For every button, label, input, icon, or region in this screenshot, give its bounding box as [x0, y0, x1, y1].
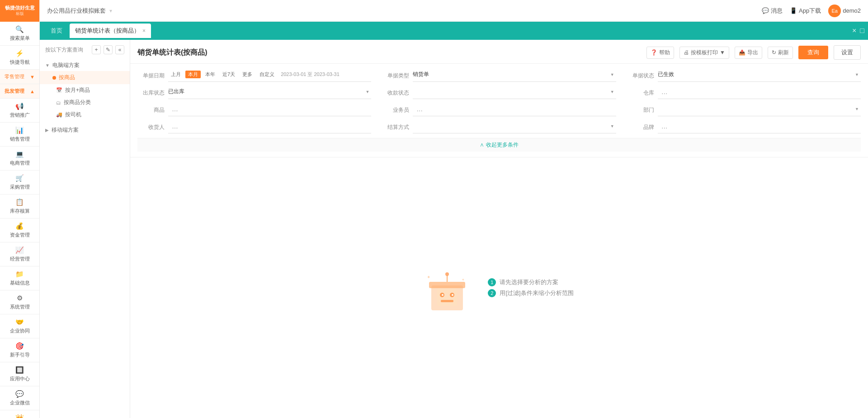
app-download-label: App下载: [799, 7, 821, 15]
scheme-sub-item-driver[interactable]: 🚚 按司机: [40, 109, 130, 121]
department-control[interactable]: [658, 104, 861, 116]
hint-2-num: 2: [488, 289, 496, 297]
wechat-icon: 💬: [15, 390, 24, 398]
salesperson-dots-btn[interactable]: …: [415, 105, 425, 113]
breadcrumb-dropdown-icon[interactable]: ▾: [109, 8, 112, 14]
date-tag-custom[interactable]: 自定义: [257, 71, 277, 78]
sidebar-item-wholesale[interactable]: 批发管理 ▲: [0, 84, 39, 99]
scheme-edit-btn[interactable]: ✎: [104, 45, 113, 54]
sidebar-item-finance[interactable]: 💰 资金管理: [0, 218, 39, 242]
sidebar-item-quick-nav[interactable]: ⚡ 快捷导航: [0, 46, 39, 70]
search-nav-icon: 🔍: [15, 25, 24, 33]
scheme-section-mobile-title[interactable]: ▶ 移动端方案: [40, 124, 130, 136]
sidebar-item-marketing[interactable]: 📢 营销推广: [0, 99, 39, 123]
warehouse-control: …: [658, 86, 861, 99]
sidebar-item-guide-label: 新手引导: [10, 352, 30, 358]
scheme-header: 按以下方案查询 + ✎ «: [40, 43, 130, 58]
tab-active[interactable]: 销货单统计表（按商品） ×: [70, 24, 151, 38]
enterprise-icon: 🤝: [15, 318, 24, 326]
sidebar-item-search[interactable]: 🔍 搜索菜单: [0, 22, 39, 46]
scheme-sub-item-driver-label: 按司机: [65, 111, 81, 119]
date-tag-7days[interactable]: 近7天: [220, 71, 238, 78]
sidebar-item-wholesale-label: 批发管理: [5, 88, 24, 95]
sub-item-driver-icon: 🚚: [56, 112, 62, 118]
doc-type-control[interactable]: 销货单: [413, 69, 616, 82]
collapse-bar[interactable]: ∧ 收起更多条件: [137, 138, 861, 152]
export-btn[interactable]: 📤 导出: [735, 47, 762, 59]
sidebar-item-wechat[interactable]: 💬 企业微信: [0, 386, 39, 410]
svg-rect-7: [441, 300, 453, 302]
filter-department-item: 部门: [627, 104, 861, 116]
query-btn[interactable]: 查询: [798, 46, 828, 59]
empty-hint-2: 2 用[过滤]条件来缩小分析范围: [488, 289, 573, 297]
brand-dots-btn[interactable]: …: [660, 123, 670, 130]
empty-hint-1: 1 请先选择要分析的方案: [488, 278, 573, 286]
message-label: 消息: [771, 7, 783, 15]
sidebar-item-enterprise[interactable]: 🤝 企业协同: [0, 314, 39, 338]
receiver-dots-btn[interactable]: …: [170, 123, 180, 130]
scheme-item-active-dot: [52, 76, 56, 80]
sidebar-item-operations[interactable]: 📈 经营管理: [0, 242, 39, 266]
sidebar-item-sales[interactable]: 📊 销售管理: [0, 123, 39, 147]
doc-status-control[interactable]: 已生效: [658, 69, 861, 82]
settings-btn[interactable]: 设置: [834, 45, 861, 60]
print-btn[interactable]: 🖨 按模板打印 ▼: [679, 47, 729, 59]
sidebar-item-retail[interactable]: 零售管理 ▼: [0, 70, 39, 84]
operations-icon: 📈: [15, 246, 24, 254]
scheme-section-pc-title[interactable]: ▼ 电脑端方案: [40, 60, 130, 71]
receiver-control: …: [168, 121, 371, 133]
scheme-sub-item-category-label: 按商品分类: [64, 99, 91, 106]
sidebar-item-ecommerce[interactable]: 💻 电商管理: [0, 147, 39, 171]
settle-label: 结算方式: [382, 124, 409, 131]
tab-maximize-btn[interactable]: □: [860, 27, 864, 35]
app-download-btn[interactable]: 📱 App下载: [790, 7, 821, 15]
data-area: ✦ ✦ · 1 请先选择要分析的方案 2 用[过滤]条件来缩: [130, 157, 868, 418]
scheme-sub-item-category[interactable]: 🗂 按商品分类: [40, 96, 130, 109]
date-control: 上月 本月 本年 近7天 更多 自定义 2023-03-01 至 2023-03…: [168, 69, 371, 82]
svg-text:✦: ✦: [427, 275, 430, 280]
sidebar-item-guide[interactable]: 🎯 新手引导: [0, 338, 39, 362]
sidebar-nav-list: 🔍 搜索菜单 ⚡ 快捷导航 零售管理 ▼ 批发管理 ▲ 📢 营销推广 📊 销售管…: [0, 22, 39, 418]
out-status-control[interactable]: 已出库: [168, 86, 371, 99]
filter-receiver-item: 收货人 …: [137, 121, 371, 133]
scheme-sub-item-month-goods[interactable]: 📅 按月+商品: [40, 84, 130, 96]
doc-type-label: 单据类型: [382, 72, 409, 80]
warehouse-dots-btn[interactable]: …: [660, 88, 670, 95]
top-header: 办公用品行业模拟账套 ▾ 💬 消息 📱 App下载 Ea demo2: [40, 0, 868, 22]
logo-sub: 标版: [16, 11, 24, 17]
scheme-item-by-goods[interactable]: 按商品: [40, 71, 130, 84]
date-tag-this-month[interactable]: 本月: [185, 71, 201, 78]
message-btn[interactable]: 💬 消息: [762, 7, 783, 15]
sidebar-item-purchase-label: 采购管理: [10, 184, 30, 190]
date-tag-this-year[interactable]: 本年: [203, 71, 218, 78]
sidebar-item-inventory[interactable]: 📋 库存核算: [0, 195, 39, 218]
logo-text: 畅捷信好生意: [5, 5, 35, 11]
system-icon: ⚙: [17, 294, 23, 302]
settle-control[interactable]: [413, 121, 616, 133]
marketing-icon: 📢: [15, 102, 24, 110]
tab-close-icon[interactable]: ×: [142, 28, 146, 34]
user-profile-btn[interactable]: Ea demo2: [828, 5, 861, 17]
sidebar-item-purchase[interactable]: 🛒 采购管理: [0, 171, 39, 195]
svg-rect-2: [437, 289, 457, 306]
section-pc-arrow: ▼: [45, 63, 50, 68]
sidebar-item-member[interactable]: 👑 畅会员: [0, 410, 39, 418]
date-tag-last-month[interactable]: 上月: [168, 71, 184, 78]
tab-home[interactable]: 首页: [43, 22, 70, 40]
sidebar-item-app-center[interactable]: 🔲 应用中心: [0, 362, 39, 386]
refresh-btn[interactable]: ↻ 刷新: [768, 47, 793, 59]
scheme-add-btn[interactable]: +: [92, 45, 101, 54]
top-header-right: 💬 消息 📱 App下载 Ea demo2: [762, 5, 861, 17]
receipt-status-control[interactable]: [413, 86, 616, 99]
sidebar-item-basic-info[interactable]: 📁 基础信息: [0, 266, 39, 290]
tab-minimize-btn[interactable]: ×: [852, 27, 856, 35]
date-tag-more[interactable]: 更多: [240, 71, 255, 78]
sidebar-item-system[interactable]: ⚙ 系统管理: [0, 290, 39, 314]
page-title: 销货单统计表(按商品): [137, 48, 208, 57]
sidebar-item-inventory-label: 库存核算: [10, 208, 30, 214]
doc-status-label: 单据状态: [627, 72, 654, 80]
help-btn[interactable]: ❓ 帮助: [646, 47, 674, 59]
goods-dots-btn[interactable]: …: [170, 105, 180, 113]
scheme-collapse-btn[interactable]: «: [115, 45, 124, 54]
sidebar-item-sales-label: 销售管理: [10, 136, 30, 142]
